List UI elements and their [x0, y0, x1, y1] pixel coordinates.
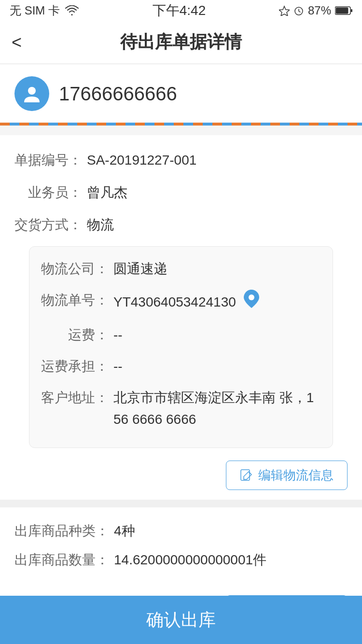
- sales-person-value: 曾凡杰: [87, 182, 348, 204]
- nav-bar: < 待出库单据详情: [0, 21, 362, 64]
- freight-label: 运费：: [41, 324, 109, 346]
- product-category-value: 4种: [114, 522, 135, 540]
- carrier-text: 无 SIM 卡: [10, 3, 60, 18]
- tracking-number-label: 物流单号：: [41, 290, 109, 311]
- freight-bearer-row: 运费承担： --: [41, 356, 321, 378]
- address-value: 北京市市辖区海淀区永丰南 张，156 6666 6666: [113, 387, 321, 431]
- address-row: 客户地址： 北京市市辖区海淀区永丰南 张，156 6666 6666: [41, 387, 321, 431]
- svg-point-5: [249, 294, 254, 300]
- address-label: 客户地址：: [41, 387, 109, 409]
- status-time: 下午4:42: [153, 1, 206, 20]
- product-category-label: 出库商品种类：: [14, 522, 109, 540]
- freight-bearer-label: 运费承担：: [41, 356, 109, 378]
- status-right: 87%: [279, 4, 352, 17]
- svg-point-4: [28, 87, 36, 95]
- battery-text: 87%: [308, 4, 331, 17]
- freight-bearer-value: --: [113, 356, 321, 378]
- section-divider: [0, 500, 362, 507]
- page-title: 待出库单据详情: [120, 30, 242, 54]
- tracking-number-value: YT43064053424130: [113, 290, 321, 315]
- tracking-location-icon[interactable]: [244, 290, 259, 315]
- freight-row: 运费： --: [41, 324, 321, 346]
- status-bar: 无 SIM 卡 下午4:42 87%: [0, 0, 362, 21]
- edit-logistics-label: 编辑物流信息: [258, 467, 334, 484]
- person-icon: [21, 83, 42, 104]
- customer-phone: 17666666666: [59, 83, 177, 105]
- logistics-company-row: 物流公司： 圆通速递: [41, 258, 321, 280]
- battery-icon: [335, 6, 352, 15]
- back-button[interactable]: <: [12, 32, 22, 53]
- svg-rect-2: [336, 8, 348, 14]
- svg-rect-3: [351, 9, 352, 12]
- product-section: 出库商品种类： 4种 出库商品数量： 14.6200000000000001件: [0, 507, 362, 588]
- logistics-company-label: 物流公司：: [41, 258, 109, 280]
- document-number-label: 单据编号：: [14, 150, 82, 171]
- edit-btn-container: 编辑物流信息: [14, 453, 348, 490]
- wifi-icon: [65, 5, 79, 16]
- avatar: [14, 76, 49, 111]
- delivery-method-value: 物流: [87, 214, 348, 236]
- logistics-card: 物流公司： 圆通速递 物流单号： YT43064053424130 运费： --…: [29, 246, 333, 448]
- delivery-method-row: 交货方式： 物流: [14, 214, 348, 236]
- edit-logistics-button[interactable]: 编辑物流信息: [226, 461, 348, 490]
- product-quantity-label: 出库商品数量：: [14, 551, 109, 569]
- product-quantity-row: 出库商品数量： 14.6200000000000001件: [14, 551, 348, 569]
- product-category-row: 出库商品种类： 4种: [14, 522, 348, 540]
- dashed-divider: [0, 123, 362, 126]
- edit-icon: [240, 469, 253, 482]
- product-quantity-value: 14.6200000000000001件: [114, 551, 266, 569]
- tracking-number-row: 物流单号： YT43064053424130: [41, 290, 321, 315]
- order-info-section: 单据编号： SA-20191227-001 业务员： 曾凡杰 交货方式： 物流 …: [0, 135, 362, 500]
- document-number-row: 单据编号： SA-20191227-001: [14, 150, 348, 171]
- location-icon: [279, 5, 290, 16]
- document-number-value: SA-20191227-001: [87, 150, 348, 171]
- customer-header: 17666666666: [0, 65, 362, 123]
- status-left: 无 SIM 卡: [10, 3, 79, 18]
- sales-person-row: 业务员： 曾凡杰: [14, 182, 348, 204]
- sales-person-label: 业务员：: [14, 182, 82, 204]
- logistics-company-value: 圆通速递: [113, 258, 321, 280]
- confirm-button-label: 确认出库: [146, 608, 216, 632]
- freight-value: --: [113, 324, 321, 346]
- delivery-method-label: 交货方式：: [14, 214, 82, 236]
- confirm-button-bar[interactable]: 确认出库: [0, 596, 362, 644]
- alarm-icon: [293, 5, 304, 16]
